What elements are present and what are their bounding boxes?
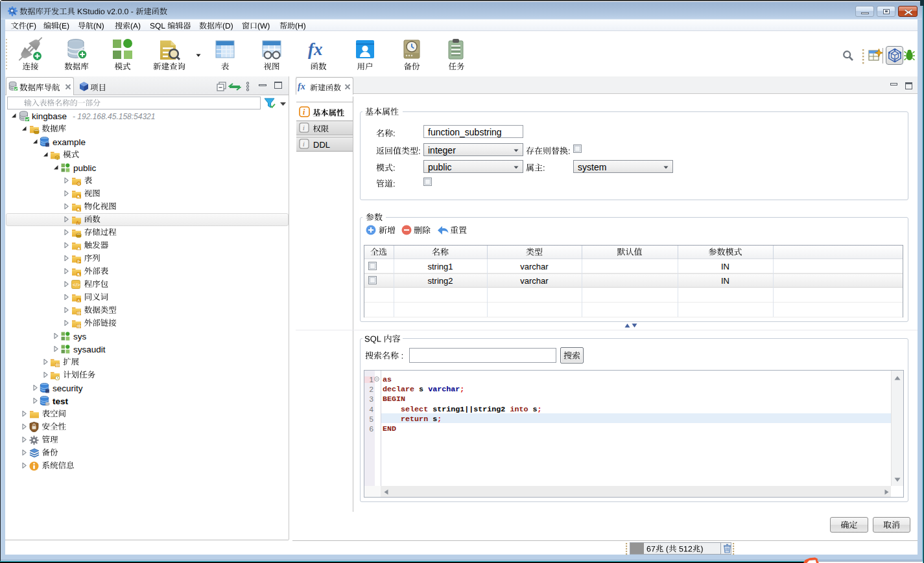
- svg-text:fx: fx: [298, 82, 305, 91]
- svg-text:i: i: [303, 140, 305, 148]
- svg-text:fx: fx: [77, 220, 80, 225]
- svg-text:i: i: [303, 124, 305, 132]
- svg-text:fx: fx: [308, 40, 323, 59]
- svg-text:</>: </>: [73, 282, 80, 288]
